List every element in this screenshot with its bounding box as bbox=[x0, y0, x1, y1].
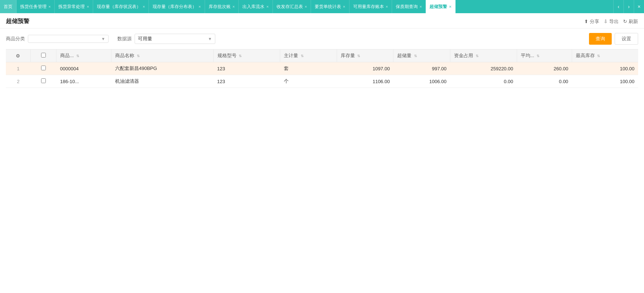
datasource-value: 可用量 bbox=[138, 36, 152, 42]
nav-next-btn[interactable]: › bbox=[623, 0, 634, 13]
close-tab-summary[interactable]: × bbox=[305, 4, 307, 9]
filter-actions: 查询 设置 bbox=[589, 33, 638, 45]
category-chevron-icon: ▼ bbox=[101, 37, 105, 41]
close-tab-overstock[interactable]: × bbox=[449, 4, 451, 9]
row-overstock-1: 1006.00 bbox=[394, 75, 450, 88]
nav-bar: 首页 拣货任务管理 × 拣货异常处理 × 现存量（库存状况表） × 现存量（库存… bbox=[0, 0, 644, 13]
refresh-button[interactable]: ↻ 刷新 bbox=[623, 18, 638, 25]
row-spec-1: 123 bbox=[213, 75, 280, 88]
row-code-0: 0000004 bbox=[56, 62, 111, 75]
row-code-1: 186-10... bbox=[56, 75, 111, 88]
export-button[interactable]: ⇩ 导出 bbox=[604, 18, 619, 25]
refresh-icon: ↻ bbox=[623, 19, 627, 24]
share-icon: ⬆ bbox=[584, 19, 588, 24]
nav-tab-flow[interactable]: 出入库流水 × bbox=[239, 0, 272, 13]
sort-overstock-icon: ⇅ bbox=[414, 54, 417, 58]
close-tab-task[interactable]: × bbox=[48, 4, 51, 9]
page-content: 超储预警 ⬆ 分享 ⇩ 导出 ↻ 刷新 商品分类 ▼ 数据源 bbox=[0, 13, 644, 293]
th-unit[interactable]: 主计量 ⇅ bbox=[280, 49, 337, 62]
close-tab-flow[interactable]: × bbox=[266, 4, 268, 9]
sort-max-icon: ⇅ bbox=[597, 54, 600, 58]
table-row: 2 186-10... 机油滤清器 123 个 1106.00 1006.00 … bbox=[6, 75, 638, 88]
close-tab-available[interactable]: × bbox=[386, 4, 388, 9]
th-capital[interactable]: 资金占用 ⇅ bbox=[450, 49, 517, 62]
th-max-stock[interactable]: 最高库存 ⇅ bbox=[572, 49, 638, 62]
row-capital-0: 259220.00 bbox=[450, 62, 517, 75]
nav-prev-btn[interactable]: ‹ bbox=[613, 0, 623, 13]
nav-tab-quality[interactable]: 保质期查询 × bbox=[392, 0, 426, 13]
nav-tab-order-stat[interactable]: 要货单统计表 × bbox=[311, 0, 349, 13]
row-max-stock-0: 100.00 bbox=[572, 62, 638, 75]
row-avg-1: 0.00 bbox=[517, 75, 572, 88]
category-select[interactable]: ▼ bbox=[28, 35, 109, 43]
select-all-checkbox[interactable] bbox=[41, 53, 46, 58]
sort-name-icon: ⇅ bbox=[137, 54, 140, 58]
row-avg-0: 260.00 bbox=[517, 62, 572, 75]
close-tab-quality[interactable]: × bbox=[420, 4, 422, 9]
filter-area: 商品分类 ▼ 数据源 可用量 ▼ 查询 设置 bbox=[0, 29, 644, 49]
nav-tab-stock-status[interactable]: 现存量（库存状况表） × bbox=[93, 0, 149, 13]
sort-stock-icon: ⇅ bbox=[357, 54, 360, 58]
close-tab-stock-batch[interactable]: × bbox=[233, 4, 235, 9]
nav-more-btn[interactable]: × bbox=[634, 0, 644, 13]
th-overstock[interactable]: 超储量 ⇅ bbox=[394, 49, 450, 62]
row-name-1: 机油滤清器 bbox=[111, 75, 213, 88]
close-tab-stock-dist[interactable]: × bbox=[198, 4, 201, 9]
sort-capital-icon: ⇅ bbox=[476, 54, 479, 58]
th-gear[interactable]: ⚙ bbox=[6, 49, 30, 62]
th-name[interactable]: 商品名称 ⇅ bbox=[111, 49, 213, 62]
export-icon: ⇩ bbox=[604, 19, 608, 24]
th-stock[interactable]: 库存量 ⇅ bbox=[337, 49, 394, 62]
page-title: 超储预警 bbox=[6, 18, 29, 25]
share-button[interactable]: ⬆ 分享 bbox=[584, 18, 599, 25]
nav-tab-available[interactable]: 可用量库存账本 × bbox=[350, 0, 392, 13]
nav-tab-stock-dist[interactable]: 现存量（库存分布表） × bbox=[149, 0, 205, 13]
row-num-1: 2 bbox=[6, 75, 30, 88]
row-stock-1: 1106.00 bbox=[337, 75, 394, 88]
data-table: ⚙ 商品... ⇅ 商品名称 ⇅ 规格型号 ⇅ bbox=[6, 49, 638, 88]
sort-unit-icon: ⇅ bbox=[301, 54, 304, 58]
sort-spec-icon: ⇅ bbox=[239, 54, 242, 58]
header-actions: ⬆ 分享 ⇩ 导出 ↻ 刷新 bbox=[584, 18, 638, 25]
nav-arrows: ‹ › × bbox=[613, 0, 644, 13]
th-code[interactable]: 商品... ⇅ bbox=[56, 49, 111, 62]
close-tab-order-stat[interactable]: × bbox=[343, 4, 345, 9]
nav-tab-summary[interactable]: 收发存汇总表 × bbox=[273, 0, 311, 13]
table-header-row: ⚙ 商品... ⇅ 商品名称 ⇅ 规格型号 ⇅ bbox=[6, 49, 638, 62]
nav-tab-home[interactable]: 首页 bbox=[0, 0, 17, 13]
row-max-stock-1: 100.00 bbox=[572, 75, 638, 88]
row-spec-0: 123 bbox=[213, 62, 280, 75]
row-stock-0: 1097.00 bbox=[337, 62, 394, 75]
row-overstock-0: 997.00 bbox=[394, 62, 450, 75]
sort-avg-icon: ⇅ bbox=[537, 54, 539, 58]
row-check-0[interactable] bbox=[30, 62, 56, 75]
th-avg[interactable]: 平均... ⇅ bbox=[517, 49, 572, 62]
nav-tab-stock-batch[interactable]: 库存批次账 × bbox=[205, 0, 239, 13]
row-unit-1: 个 bbox=[280, 75, 337, 88]
datasource-select[interactable]: 可用量 ▼ bbox=[135, 34, 215, 44]
table-container: ⚙ 商品... ⇅ 商品名称 ⇅ 规格型号 ⇅ bbox=[0, 49, 644, 88]
table-body: 1 0000004 六配套新昌490BPG 123 套 1097.00 997.… bbox=[6, 62, 638, 88]
row-num-0: 1 bbox=[6, 62, 30, 75]
datasource-label: 数据源 bbox=[117, 36, 132, 42]
th-spec[interactable]: 规格型号 ⇅ bbox=[213, 49, 280, 62]
nav-tab-abnormal[interactable]: 拣货异常处理 × bbox=[55, 0, 93, 13]
category-filter: 商品分类 ▼ bbox=[6, 35, 109, 43]
th-checkbox[interactable] bbox=[30, 49, 56, 62]
datasource-filter: 数据源 可用量 ▼ bbox=[117, 34, 215, 44]
row-capital-1: 0.00 bbox=[450, 75, 517, 88]
row-name-0: 六配套新昌490BPG bbox=[111, 62, 213, 75]
row-unit-0: 套 bbox=[280, 62, 337, 75]
datasource-chevron-icon: ▼ bbox=[208, 37, 212, 41]
nav-tab-task[interactable]: 拣货任务管理 × bbox=[17, 0, 55, 13]
table-row: 1 0000004 六配套新昌490BPG 123 套 1097.00 997.… bbox=[6, 62, 638, 75]
query-button[interactable]: 查询 bbox=[589, 33, 612, 45]
close-tab-stock-status[interactable]: × bbox=[143, 4, 145, 9]
settings-button[interactable]: 设置 bbox=[615, 33, 638, 45]
close-tab-abnormal[interactable]: × bbox=[87, 4, 89, 9]
row-check-1[interactable] bbox=[30, 75, 56, 88]
nav-tab-overstock[interactable]: 超储预警 × bbox=[426, 0, 455, 13]
gear-icon: ⚙ bbox=[16, 53, 20, 59]
sort-code-icon: ⇅ bbox=[76, 54, 79, 58]
category-label: 商品分类 bbox=[6, 36, 25, 42]
